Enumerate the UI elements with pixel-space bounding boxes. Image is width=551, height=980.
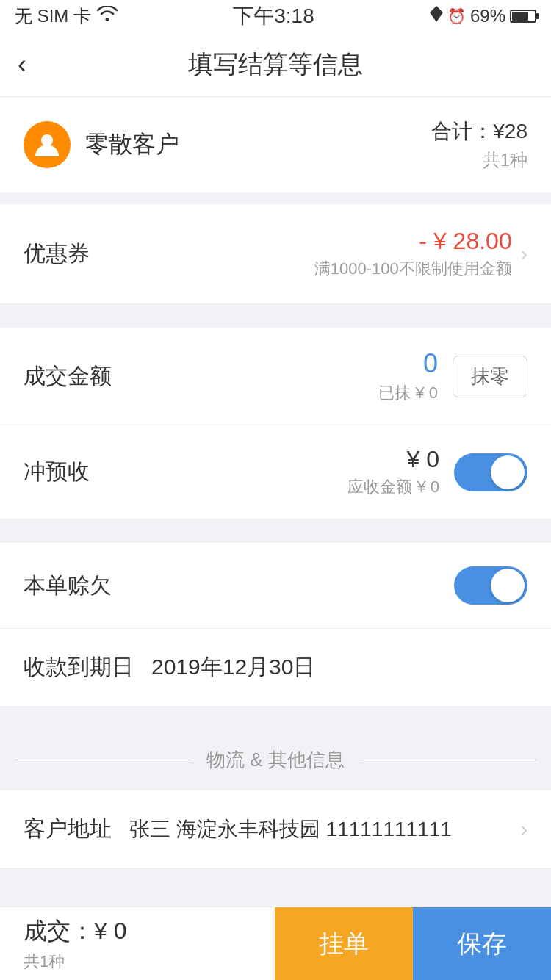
customer-summary: 合计：¥28 共1种 xyxy=(431,118,527,172)
coupon-label: 优惠券 xyxy=(24,239,90,269)
hold-button[interactable]: 挂单 xyxy=(275,907,413,981)
logistics-header: 物流 & 其他信息 xyxy=(0,729,551,790)
coupon-row[interactable]: 优惠券 - ¥ 28.00 满1000-100不限制使用金额 › xyxy=(0,204,551,304)
round-zero-button[interactable]: 抹零 xyxy=(453,356,527,397)
coupon-desc: 满1000-100不限制使用金额 xyxy=(314,258,512,280)
coupon-discount: - ¥ 28.00 xyxy=(314,228,512,255)
divider-2 xyxy=(0,531,551,543)
address-card: 客户地址 张三 海淀永丰科技园 11111111111 › xyxy=(0,790,551,868)
alarm-icon: ⏰ xyxy=(447,7,466,25)
nav-bar: ‹ 填写结算等信息 xyxy=(0,32,551,97)
total-count: 共1种 xyxy=(431,148,527,172)
bottom-deal-value: ¥ 0 xyxy=(94,918,126,944)
debt-row: 本单赊欠 xyxy=(0,543,551,628)
customer-left: 零散客户 xyxy=(24,121,179,168)
prepay-label: 冲预收 xyxy=(24,457,90,487)
transaction-value: 0 xyxy=(378,348,438,379)
svg-point-0 xyxy=(41,134,53,146)
battery-icon xyxy=(510,10,536,23)
logistics-line-right xyxy=(359,760,536,760)
coupon-card: 优惠券 - ¥ 28.00 满1000-100不限制使用金额 › xyxy=(0,204,551,304)
total-amount: 合计：¥28 xyxy=(431,118,527,145)
debt-toggle[interactable] xyxy=(454,566,527,605)
status-left: 无 SIM 卡 xyxy=(15,4,118,28)
divider-1 xyxy=(0,316,551,328)
battery-percentage: 69% xyxy=(470,6,505,26)
prepay-right: ¥ 0 应收金额 ¥ 0 xyxy=(347,446,527,498)
due-date-value: 2019年12月30日 xyxy=(151,652,315,682)
customer-row: 零散客户 合计：¥28 共1种 xyxy=(0,97,551,192)
page-title: 填写结算等信息 xyxy=(188,48,363,82)
customer-name: 零散客户 xyxy=(85,129,179,161)
carrier-text: 无 SIM 卡 xyxy=(15,4,91,28)
bottom-deal-label: 成交： xyxy=(24,918,94,944)
save-button[interactable]: 保存 xyxy=(413,907,551,981)
debt-label: 本单赊欠 xyxy=(24,571,112,601)
coupon-right: - ¥ 28.00 满1000-100不限制使用金额 › xyxy=(314,228,527,280)
transaction-label: 成交金额 xyxy=(24,361,112,392)
status-bar: 无 SIM 卡 下午3:18 ⏰ 69% xyxy=(0,0,551,32)
address-value: 张三 海淀永丰科技园 11111111111 xyxy=(129,815,521,843)
divider-3 xyxy=(0,718,551,729)
toggle-knob xyxy=(491,455,525,489)
bottom-summary: 成交：¥ 0 共1种 xyxy=(0,915,275,973)
bottom-bar: 成交：¥ 0 共1种 挂单 保存 xyxy=(0,907,551,980)
amount-card: 成交金额 0 已抹 ¥ 0 抹零 冲预收 ¥ 0 应收金额 ¥ 0 xyxy=(0,328,551,519)
address-row[interactable]: 客户地址 张三 海淀永丰科技园 11111111111 › xyxy=(0,790,551,868)
status-right: ⏰ 69% xyxy=(430,6,536,26)
prepay-info: ¥ 0 应收金额 ¥ 0 xyxy=(347,446,439,498)
prepay-sub: 应收金额 ¥ 0 xyxy=(347,476,439,498)
logistics-line-left xyxy=(15,760,192,760)
content: 零散客户 合计：¥28 共1种 优惠券 - ¥ 28.00 满1000-100不… xyxy=(0,97,551,968)
status-time: 下午3:18 xyxy=(233,2,314,30)
debt-card: 本单赊欠 收款到期日 2019年12月30日 xyxy=(0,543,551,706)
avatar xyxy=(24,121,71,168)
transaction-sub: 已抹 ¥ 0 xyxy=(378,382,438,404)
back-button[interactable]: ‹ xyxy=(18,49,26,80)
transaction-amount-row: 成交金额 0 已抹 ¥ 0 抹零 xyxy=(0,328,551,425)
bottom-count: 共1种 xyxy=(24,951,251,973)
wifi-icon xyxy=(97,6,118,26)
amount-value-wrap: 0 已抹 ¥ 0 xyxy=(378,348,438,404)
due-date-label: 收款到期日 xyxy=(24,652,134,682)
customer-card: 零散客户 合计：¥28 共1种 xyxy=(0,97,551,192)
coupon-info: - ¥ 28.00 满1000-100不限制使用金额 xyxy=(314,228,512,280)
prepay-toggle[interactable] xyxy=(454,453,527,491)
address-label: 客户地址 xyxy=(24,814,112,844)
amount-right: 0 已抹 ¥ 0 抹零 xyxy=(378,348,527,404)
debt-toggle-knob xyxy=(491,569,525,602)
logistics-text: 物流 & 其他信息 xyxy=(206,747,345,773)
address-chevron-icon: › xyxy=(521,818,527,841)
chevron-right-icon: › xyxy=(521,242,527,266)
prepay-row: 冲预收 ¥ 0 应收金额 ¥ 0 xyxy=(0,425,551,519)
location-icon xyxy=(430,6,443,26)
bottom-deal-amount: 成交：¥ 0 xyxy=(24,915,251,948)
prepay-amount: ¥ 0 xyxy=(347,446,439,473)
due-date-row: 收款到期日 2019年12月30日 xyxy=(0,628,551,706)
